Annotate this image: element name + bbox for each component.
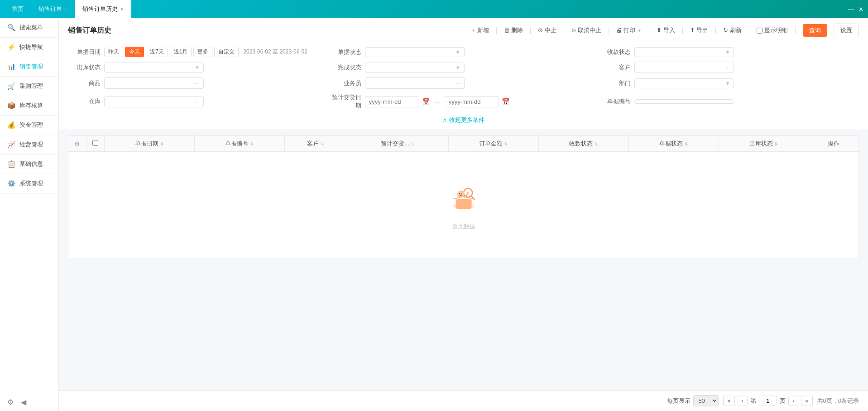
order-no-label: 单据编号 (598, 97, 634, 106)
complete-status-field: ▼ (365, 63, 590, 73)
page-size-select[interactable]: 50 10 20 100 (693, 395, 719, 406)
empty-state-row: 暂无数据 (68, 152, 859, 258)
show-detail-checkbox[interactable] (757, 28, 762, 34)
basic-info-icon: 📋 (7, 160, 16, 168)
export-button[interactable]: ⬆ 导出 (690, 26, 709, 34)
tab-sales-order-history-close[interactable]: × (120, 6, 123, 12)
fund-mgmt-icon: 💰 (7, 121, 16, 129)
delete-button[interactable]: 🗑 删除 (504, 26, 523, 34)
sidebar-item-system-mgmt[interactable]: ⚙️ 系统管理 (0, 174, 58, 193)
date-btn-1month[interactable]: 近1月 (170, 47, 192, 57)
prev-page-button[interactable]: ‹ (738, 396, 748, 406)
page-nav: « ‹ 第 页 › » (723, 396, 812, 406)
tab-sales-order[interactable]: 销售订单 × (31, 0, 75, 18)
order-status-select[interactable]: ▼ (365, 47, 465, 57)
sidebar-item-basic-info[interactable]: 📋 基础信息 (0, 155, 58, 174)
tab-sales-order-history[interactable]: 销售订单历史 × (75, 0, 131, 18)
complete-status-select[interactable]: ▼ (365, 63, 465, 73)
th-outbound-status-label: 出库状态 (749, 140, 773, 147)
delivery-date-start[interactable] (365, 96, 419, 107)
sidebar-item-sales-mgmt[interactable]: 📊 销售管理 (0, 57, 58, 77)
th-customer-sort-icon[interactable]: ⇅ (321, 141, 324, 146)
warehouse-input[interactable]: ··· (104, 96, 204, 107)
sidebar-item-basic-info-label: 基础信息 (19, 160, 43, 168)
date-btn-7days[interactable]: 近7天 (146, 47, 168, 57)
sidebar-item-fund-mgmt-label: 资金管理 (19, 121, 43, 129)
print-dropdown-icon: ▼ (637, 28, 642, 33)
next-page-button[interactable]: › (788, 396, 798, 406)
delivery-date-end[interactable] (445, 96, 499, 107)
date-btn-yesterday[interactable]: 昨天 (104, 47, 123, 57)
sidebar-item-search-menu[interactable]: 🔍 搜索菜单 (0, 18, 58, 38)
date-label: 单据日期 (68, 48, 104, 56)
table-select-all-checkbox[interactable] (92, 140, 98, 146)
complete-status-label: 完成状态 (329, 63, 365, 72)
th-no-sort-icon[interactable]: ⇅ (250, 141, 254, 146)
new-button[interactable]: + 新增 (472, 26, 489, 34)
sidebar-item-purchase-mgmt[interactable]: 🛒 采购管理 (0, 77, 58, 96)
collapse-row[interactable]: ∧ 收起更多条件 (68, 114, 859, 124)
current-page-input[interactable] (759, 396, 777, 406)
th-customer: 客户 ⇅ (284, 136, 347, 152)
th-date-sort-icon[interactable]: ⇅ (160, 141, 164, 146)
topbar-close[interactable]: ✕ (858, 6, 863, 13)
sidebar-collapse-icon[interactable]: ◀ (21, 398, 26, 406)
settings-button[interactable]: 设置 (834, 24, 859, 37)
sidebar-item-fund-mgmt[interactable]: 💰 资金管理 (0, 116, 58, 135)
th-order-status-sort-icon[interactable]: ⇅ (684, 141, 688, 146)
pagination-bar: 每页显示 50 10 20 100 « ‹ 第 页 › » 共0页，0条记录 (59, 390, 868, 411)
salesperson-input[interactable]: ··· (365, 77, 465, 89)
sidebar-item-inventory-calc[interactable]: 📦 库存核算 (0, 96, 58, 116)
payment-status-select[interactable]: ▼ (634, 47, 734, 57)
th-amount: 订单金额 ⇅ (448, 136, 538, 152)
stop-button[interactable]: ⊘ 中止 (538, 26, 556, 34)
date-btn-more[interactable]: 更多 (193, 47, 212, 57)
date-filter-field: 昨天 今天 近7天 近1月 更多 自定义 2023-06-02 至 2023-0… (104, 47, 329, 57)
sidebar-item-ops-mgmt-label: 经营管理 (19, 140, 43, 149)
print-button[interactable]: 🖨 打印 ▼ (616, 26, 642, 34)
department-select[interactable]: ▼ (634, 78, 734, 88)
last-page-button[interactable]: » (801, 396, 812, 406)
import-button[interactable]: ⬇ 导入 (657, 26, 675, 34)
product-input[interactable]: ··· (104, 77, 204, 89)
th-outbound-status-sort-icon[interactable]: ⇅ (774, 141, 778, 146)
table-settings-icon[interactable]: ⚙ (74, 140, 80, 147)
svg-point-5 (459, 193, 460, 194)
th-customer-label: 客户 (307, 140, 319, 147)
customer-input[interactable]: ··· (634, 62, 734, 73)
tab-sales-order-close[interactable]: × (65, 6, 67, 12)
outbound-status-field: ▼ (104, 63, 329, 73)
department-label: 部门 (598, 79, 634, 87)
sidebar-item-ops-mgmt[interactable]: 📈 经营管理 (0, 135, 58, 155)
refresh-button[interactable]: ↻ 刷新 (723, 26, 742, 34)
topbar-minimize[interactable]: — (848, 6, 854, 13)
th-order-status: 单据状态 ⇅ (628, 136, 719, 152)
th-no: 单据编号 ⇅ (194, 136, 284, 152)
tab-home[interactable]: 首页 (5, 0, 31, 18)
empty-state: 暂无数据 (68, 152, 858, 258)
th-payment-status-label: 收款状态 (569, 140, 593, 147)
customer-field: ··· (634, 62, 859, 73)
table-header-row: ⚙ 单据日期 ⇅ 单据编号 ⇅ (68, 136, 859, 152)
th-operations-label: 操作 (828, 140, 839, 147)
date-btn-custom[interactable]: 自定义 (214, 47, 239, 57)
sidebar-settings-icon[interactable]: ⚙ (7, 398, 14, 406)
order-status-field: ▼ (365, 47, 590, 57)
outbound-status-select[interactable]: ▼ (104, 63, 204, 73)
page-size-container: 每页显示 50 10 20 100 (667, 395, 719, 406)
warehouse-field: ··· (104, 96, 329, 107)
tab-sales-order-history-label: 销售订单历史 (82, 5, 118, 13)
sidebar-item-system-mgmt-label: 系统管理 (19, 179, 43, 188)
tab-sales-order-label: 销售订单 (38, 5, 62, 13)
order-status-arrow-icon: ▼ (456, 49, 460, 55)
date-btn-today[interactable]: 今天 (125, 47, 144, 57)
query-button[interactable]: 查询 (803, 24, 827, 37)
th-expected-delivery-sort-icon[interactable]: ⇅ (411, 141, 414, 146)
th-amount-sort-icon[interactable]: ⇅ (504, 141, 508, 146)
th-no-label: 单据编号 (225, 140, 249, 147)
first-page-button[interactable]: « (723, 396, 734, 406)
cancel-stop-button[interactable]: ⊙ 取消中止 (571, 26, 601, 34)
sidebar-item-quick-nav[interactable]: ⚡ 快捷导航 (0, 38, 58, 57)
order-no-input[interactable] (634, 99, 734, 104)
th-payment-status-sort-icon[interactable]: ⇅ (595, 141, 598, 146)
